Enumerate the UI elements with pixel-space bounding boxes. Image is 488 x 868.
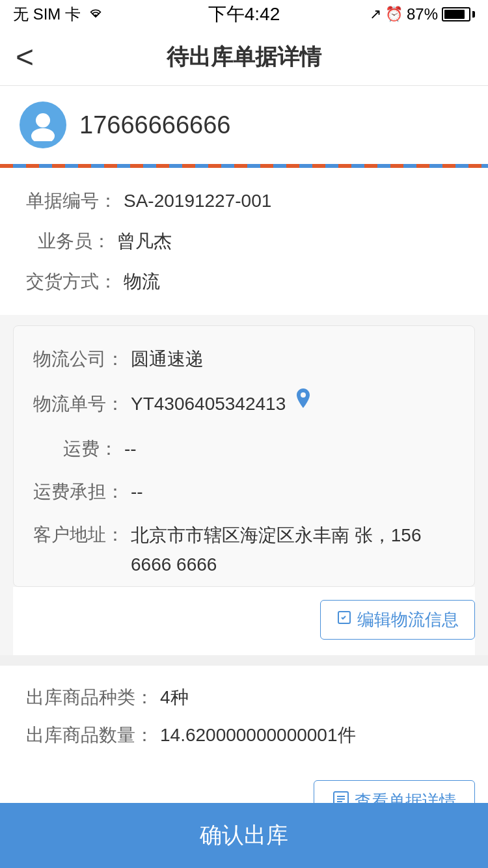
- svg-point-0: [36, 113, 50, 128]
- delivery-label: 交货方式：: [26, 268, 117, 295]
- salesman-row: 业务员： 曾凡杰: [26, 228, 462, 255]
- doc-no-row: 单据编号： SA-20191227-001: [26, 187, 462, 215]
- logistics-company-row: 物流公司： 圆通速递: [33, 346, 455, 373]
- logistics-company-label: 物流公司：: [33, 346, 124, 373]
- tracking-location-icon[interactable]: [293, 388, 313, 420]
- delivery-row: 交货方式： 物流: [26, 268, 462, 295]
- doc-no-label: 单据编号：: [26, 187, 117, 215]
- logistics-tracking-value: YT4306405342413: [131, 388, 455, 420]
- address-label: 客户地址：: [33, 521, 124, 549]
- delivery-value: 物流: [124, 268, 462, 295]
- section-divider: [0, 655, 488, 666]
- goods-quantity-row: 出库商品数量： 14.620000000000001件: [26, 723, 462, 748]
- address-value: 北京市市辖区海淀区永丰南 张，156 6666 6666: [131, 521, 455, 580]
- address-row: 客户地址： 北京市市辖区海淀区永丰南 张，156 6666 6666: [33, 521, 455, 580]
- logistics-container: 物流公司： 圆通速递 物流单号： YT4306405342413 运费： -- …: [13, 325, 475, 587]
- logistics-company-value: 圆通速递: [131, 346, 455, 373]
- nav-bar: < 待出库单据详情: [0, 29, 488, 86]
- freight-bearer-label: 运费承担：: [33, 478, 124, 506]
- goods-types-value: 4种: [160, 685, 189, 710]
- goods-section: 出库商品种类： 4种 出库商品数量： 14.620000000000001件: [0, 666, 488, 767]
- confirm-bar[interactable]: 确认出库: [0, 803, 488, 868]
- freight-bearer-row: 运费承担： --: [33, 478, 455, 506]
- salesman-value: 曾凡杰: [117, 228, 462, 255]
- freight-value: --: [124, 435, 455, 463]
- customer-section: 17666666666: [0, 86, 488, 164]
- carrier-label: 无 SIM 卡: [13, 4, 81, 25]
- freight-bearer-value: --: [131, 478, 455, 506]
- goods-quantity-label: 出库商品数量：: [26, 723, 154, 748]
- edit-logistics-button[interactable]: 编辑物流信息: [320, 600, 475, 640]
- confirm-label: 确认出库: [200, 821, 288, 850]
- status-left: 无 SIM 卡: [13, 4, 105, 25]
- doc-no-value: SA-20191227-001: [124, 187, 462, 215]
- avatar: [20, 102, 66, 148]
- freight-label: 运费：: [33, 435, 118, 463]
- edit-logistics-label: 编辑物流信息: [357, 608, 459, 631]
- status-right: ↗ ⏰ 87%: [370, 5, 475, 23]
- edit-logistics-container: 编辑物流信息: [13, 587, 475, 655]
- alarm-icon: ⏰: [385, 6, 403, 23]
- status-bar: 无 SIM 卡 下午4:42 ↗ ⏰ 87%: [0, 0, 488, 29]
- edit-icon: [336, 610, 352, 630]
- page-title: 待出库单据详情: [167, 42, 321, 72]
- basic-info-section: 单据编号： SA-20191227-001 业务员： 曾凡杰 交货方式： 物流: [0, 168, 488, 315]
- location-arrow-icon: ↗: [370, 6, 381, 23]
- status-time: 下午4:42: [208, 2, 280, 27]
- battery-percent: 87%: [407, 5, 438, 23]
- goods-quantity-value: 14.620000000000001件: [160, 723, 356, 748]
- goods-types-label: 出库商品种类：: [26, 685, 154, 710]
- goods-types-row: 出库商品种类： 4种: [26, 685, 462, 710]
- salesman-label: 业务员：: [26, 228, 111, 255]
- freight-row: 运费： --: [33, 435, 455, 463]
- wifi-icon: [86, 5, 105, 23]
- back-button[interactable]: <: [16, 39, 34, 75]
- battery-icon: [442, 7, 475, 21]
- logistics-tracking-label: 物流单号：: [33, 390, 124, 418]
- customer-phone: 17666666666: [79, 111, 230, 139]
- svg-point-1: [31, 128, 55, 141]
- logistics-tracking-row: 物流单号： YT4306405342413: [33, 388, 455, 420]
